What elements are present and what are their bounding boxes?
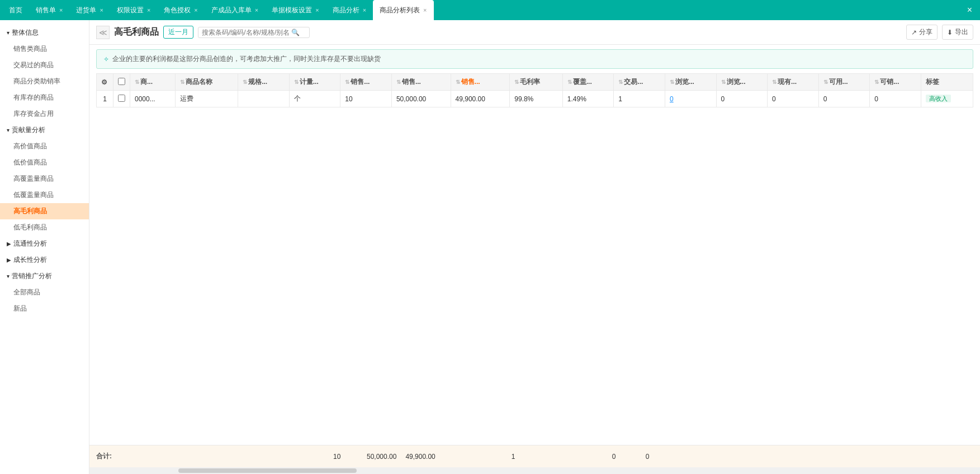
- share-label: 分享: [919, 27, 932, 37]
- col-sales2[interactable]: ⇅销售...: [391, 74, 451, 91]
- row-available: 0: [818, 91, 870, 107]
- col-gross-rate[interactable]: ⇅毛利率: [510, 74, 563, 91]
- table-body: 1 0000... 运费 个 10 50,000.00 49,900.00 99…: [97, 91, 973, 107]
- tab-product-entry-close[interactable]: ×: [255, 7, 258, 13]
- sidebar-group-growth[interactable]: ▶ 成长性分析: [0, 252, 89, 268]
- sidebar-item-new-goods[interactable]: 新品: [0, 301, 89, 317]
- col-tag: 标签: [921, 74, 973, 91]
- col-sellable[interactable]: ⇅可销...: [870, 74, 921, 91]
- sidebar-group-marketing[interactable]: ▾ 营销推广分析: [0, 268, 89, 284]
- tab-sales-close[interactable]: ×: [59, 7, 63, 13]
- tab-analysis-list-close[interactable]: ×: [423, 7, 427, 13]
- tab-template[interactable]: 单据模板设置 ×: [265, 0, 325, 20]
- arrow-contribution: ▾: [7, 127, 10, 133]
- sidebar-group-overall[interactable]: ▾ 整体信息: [0, 25, 89, 41]
- table-footer: 合计: 10 50,000.00 49,900.00 1 0 0: [89, 445, 980, 467]
- data-table: ⚙ ⇅商... ⇅商品名称 ⇅规格... ⇅计量... ⇅销售... ⇅销售..…: [96, 73, 973, 107]
- sidebar-group-liquidity-label: 流通性分析: [13, 239, 47, 248]
- footer-sales2: 50,000.00: [362, 453, 401, 461]
- col-checkbox: [113, 74, 130, 91]
- col-browse1[interactable]: ⇅浏览...: [665, 74, 716, 91]
- tab-permissions[interactable]: 权限设置 ×: [110, 0, 157, 20]
- sidebar-group-liquidity[interactable]: ▶ 流通性分析: [0, 236, 89, 252]
- search-icon[interactable]: 🔍: [291, 29, 300, 36]
- sidebar-group-contribution-label: 贡献量分析: [12, 125, 45, 135]
- arrow-marketing: ▾: [7, 273, 10, 279]
- sidebar-item-in-stock[interactable]: 有库存的商品: [0, 90, 89, 106]
- time-filter-button[interactable]: 近一月: [163, 26, 193, 39]
- tab-permissions-close[interactable]: ×: [147, 7, 150, 13]
- row-checkbox[interactable]: [113, 91, 130, 107]
- col-available[interactable]: ⇅可用...: [818, 74, 870, 91]
- tab-product-analysis-close[interactable]: ×: [363, 7, 366, 13]
- sidebar-item-all-goods[interactable]: 全部商品: [0, 284, 89, 301]
- sidebar-group-overall-label: 整体信息: [12, 28, 39, 37]
- footer-spacer-1: [116, 453, 133, 461]
- tab-home[interactable]: 首页: [2, 0, 29, 20]
- footer-label: 合计:: [96, 452, 112, 461]
- tab-roles[interactable]: 角色授权 ×: [157, 0, 204, 20]
- horizontal-scrollbar[interactable]: [89, 467, 980, 474]
- tab-product-analysis[interactable]: 商品分析 ×: [326, 0, 373, 20]
- col-settings[interactable]: ⚙: [97, 74, 113, 91]
- tab-roles-close[interactable]: ×: [194, 7, 197, 13]
- info-banner-text: 企业的主要的利润都是这部分商品创造的，可考虑加大推广，同时关注库存是不要出现缺货: [112, 54, 381, 64]
- tab-product-entry[interactable]: 产成品入库单 ×: [205, 0, 265, 20]
- row-seq: 1: [97, 91, 113, 107]
- footer-spacer-br1: [541, 453, 574, 461]
- row-tag: 高收入: [921, 91, 973, 107]
- row-coverage: 1.49%: [562, 91, 614, 107]
- arrow-liquidity: ▶: [7, 241, 11, 247]
- tab-product-entry-label: 产成品入库单: [211, 6, 252, 15]
- tab-template-close[interactable]: ×: [315, 7, 319, 13]
- row-name: 运费: [175, 91, 238, 107]
- scrollbar-thumb[interactable]: [178, 468, 357, 473]
- sidebar-item-sales-goods[interactable]: 销售类商品: [0, 41, 89, 57]
- row-browse1[interactable]: 0: [665, 91, 716, 107]
- col-unit[interactable]: ⇅计量...: [289, 74, 340, 91]
- col-coverage[interactable]: ⇅覆盖...: [562, 74, 614, 91]
- col-current-stock[interactable]: ⇅现有...: [768, 74, 819, 91]
- sidebar-item-low-value[interactable]: 低价值商品: [0, 154, 89, 171]
- tab-purchase-close[interactable]: ×: [100, 7, 103, 13]
- search-input[interactable]: [202, 29, 291, 36]
- sidebar-item-traded-goods[interactable]: 交易过的商品: [0, 57, 89, 73]
- tab-analysis-list[interactable]: 商品分析列表 ×: [373, 0, 433, 20]
- sidebar-item-low-coverage[interactable]: 低覆盖量商品: [0, 187, 89, 203]
- sidebar-item-high-coverage[interactable]: 高覆盖量商品: [0, 171, 89, 187]
- share-button[interactable]: ↗ 分享: [906, 25, 938, 40]
- search-box: 🔍: [198, 27, 310, 38]
- row-unit: 个: [289, 91, 340, 107]
- footer-spacer-gross: [440, 453, 474, 461]
- table-container: ⚙ ⇅商... ⇅商品名称 ⇅规格... ⇅计量... ⇅销售... ⇅销售..…: [89, 73, 980, 445]
- col-sales3[interactable]: ⇅销售...: [451, 74, 510, 91]
- col-spec[interactable]: ⇅规格...: [238, 74, 290, 91]
- row-code: 0000...: [130, 91, 176, 107]
- sidebar-item-stock-capital[interactable]: 库存资金占用: [0, 106, 89, 122]
- col-code[interactable]: ⇅商...: [130, 74, 176, 91]
- sidebar-item-high-margin[interactable]: 高毛利商品: [0, 203, 89, 219]
- sidebar-item-high-value[interactable]: 高价值商品: [0, 138, 89, 154]
- sidebar-item-category-sales-rate[interactable]: 商品分类助销率: [0, 73, 89, 90]
- row-spec: [238, 91, 290, 107]
- share-icon: ↗: [911, 29, 917, 36]
- tab-sales[interactable]: 销售单 ×: [29, 0, 69, 20]
- select-all-checkbox[interactable]: [118, 78, 125, 85]
- sidebar: ▾ 整体信息 销售类商品 交易过的商品 商品分类助销率 有库存的商品 库存资金占…: [0, 20, 89, 474]
- content-area: ≪ 高毛利商品 近一月 🔍 ↗ 分享 ⬇ 导出 ✧ 企业的主要的利润都是这部分商…: [89, 20, 980, 474]
- export-button[interactable]: ⬇ 导出: [942, 25, 973, 40]
- sidebar-group-contribution[interactable]: ▾ 贡献量分析: [0, 122, 89, 138]
- row-sales3: 49,900.00: [451, 91, 510, 107]
- col-browse2[interactable]: ⇅浏览...: [716, 74, 768, 91]
- tab-purchase[interactable]: 进货单 ×: [69, 0, 110, 20]
- tab-bar: 首页 销售单 × 进货单 × 权限设置 × 角色授权 × 产成品入库单 × 单据…: [0, 0, 980, 20]
- info-banner: ✧ 企业的主要的利润都是这部分商品创造的，可考虑加大推广，同时关注库存是不要出现…: [96, 49, 973, 69]
- tab-home-label: 首页: [9, 6, 22, 15]
- col-transaction[interactable]: ⇅交易...: [614, 74, 665, 91]
- row-transaction: 1: [614, 91, 665, 107]
- global-close-button[interactable]: ×: [962, 5, 978, 15]
- collapse-sidebar-button[interactable]: ≪: [96, 26, 110, 39]
- col-sales1[interactable]: ⇅销售...: [340, 74, 392, 91]
- col-name[interactable]: ⇅商品名称: [175, 74, 238, 91]
- sidebar-item-low-margin[interactable]: 低毛利商品: [0, 219, 89, 236]
